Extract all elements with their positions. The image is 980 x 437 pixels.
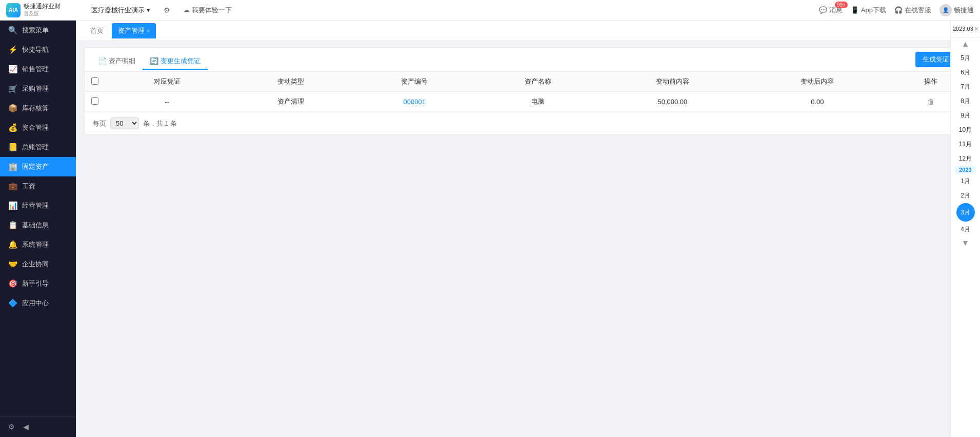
- ledger-icon: 📒: [8, 143, 18, 152]
- sidebar-item-quick-nav[interactable]: ⚡ 快捷导航: [0, 40, 76, 59]
- clipboard-icon: 📋: [8, 221, 18, 230]
- per-page-select[interactable]: 50 10 20 100: [110, 117, 139, 129]
- calendar-month-jul[interactable]: 7月: [954, 80, 977, 93]
- delete-row-button[interactable]: 🗑: [927, 97, 934, 106]
- calendar-close-button[interactable]: ×: [973, 24, 979, 34]
- sidebar-item-label: 系统管理: [22, 240, 49, 249]
- sidebar-item-label: 库存核算: [22, 104, 49, 113]
- calendar-month-may[interactable]: 5月: [954, 51, 977, 65]
- calendar-year-2023[interactable]: 2023: [955, 166, 975, 174]
- sidebar-item-finance[interactable]: 💰 资金管理: [0, 118, 76, 137]
- app-download-button[interactable]: 📱 App下载: [851, 6, 886, 15]
- logo-edition: 普及版: [24, 10, 61, 17]
- pagination-bar: 每页 50 10 20 100 条，共 1 条: [85, 112, 971, 134]
- tab-close-icon[interactable]: ×: [147, 28, 150, 34]
- total-count-label: 条，共 1 条: [143, 119, 177, 128]
- sidebar-item-label: 经营管理: [22, 201, 49, 210]
- col-after-content: 变动后内容: [745, 72, 890, 92]
- sub-tab-generate-voucher[interactable]: 🔄 变更生成凭证: [143, 53, 208, 70]
- calendar-month-aug[interactable]: 8月: [954, 94, 977, 108]
- message-icon: 💬: [819, 6, 827, 14]
- page-content: 📄 资产明细 🔄 变更生成凭证 生成凭证 ▼: [76, 41, 980, 437]
- app-download-label: App下载: [861, 6, 886, 15]
- bell-icon: 🔔: [8, 240, 18, 249]
- messages-badge: 99+: [835, 2, 848, 8]
- select-all-checkbox[interactable]: [91, 77, 98, 85]
- company-selector[interactable]: 医疗器械行业演示 ▾: [87, 4, 154, 17]
- refresh-icon: 🔄: [150, 57, 158, 65]
- experience-label: 我要体验一下: [192, 6, 232, 15]
- col-asset-no: 资产编号: [353, 72, 476, 92]
- calendar-nav-down-button[interactable]: ▼: [959, 236, 972, 250]
- calendar-year-month: 2023.03: [953, 26, 973, 32]
- assets-table: 对应凭证 变动类型 资产编号 资产名称: [85, 72, 971, 112]
- user-profile-button[interactable]: 👤 畅捷通: [939, 4, 974, 16]
- col-change-type: 变动类型: [229, 72, 352, 92]
- sidebar-bottom: ⚙ ◀: [0, 416, 76, 437]
- phone-icon: 📱: [851, 6, 859, 14]
- calendar-nav-up-button[interactable]: ▲: [959, 37, 972, 51]
- sidebar-item-sales[interactable]: 📈 销售管理: [0, 59, 76, 79]
- chart-icon: 📈: [8, 65, 18, 74]
- calendar-month-dec[interactable]: 12月: [954, 152, 977, 165]
- sub-tab-label: 变更生成凭证: [161, 56, 201, 66]
- handshake-icon: 🤝: [8, 260, 18, 269]
- sidebar-item-cooperation[interactable]: 🤝 企业协同: [0, 254, 76, 274]
- sidebar-item-purchase[interactable]: 🛒 采购管理: [0, 79, 76, 98]
- sidebar-item-label: 工资: [22, 182, 35, 191]
- online-service-button[interactable]: 🎧 在线客服: [894, 6, 931, 15]
- sidebar-item-label: 新手引导: [22, 279, 49, 288]
- home-tab-label: 首页: [90, 26, 104, 35]
- calendar-month-jan-2023[interactable]: 1月: [954, 174, 977, 188]
- calendar-month-apr-2023[interactable]: 4月: [954, 223, 977, 236]
- sidebar-item-label: 搜索菜单: [22, 26, 49, 35]
- settings-button[interactable]: ⚙: [159, 3, 174, 17]
- briefcase-icon: 💼: [8, 182, 18, 191]
- calendar-month-feb-2023[interactable]: 2月: [954, 189, 977, 202]
- sidebar-item-system[interactable]: 🔔 系统管理: [0, 235, 76, 254]
- sidebar-item-label: 资金管理: [22, 123, 49, 132]
- cell-voucher: --: [105, 92, 229, 112]
- col-asset-name: 资产名称: [476, 72, 600, 92]
- sidebar-item-search[interactable]: 🔍 搜索菜单: [0, 21, 76, 40]
- sidebar-item-operations[interactable]: 📊 经营管理: [0, 196, 76, 215]
- calendar-month-nov[interactable]: 11月: [954, 137, 977, 151]
- tab-asset-management[interactable]: 资产管理 ×: [112, 23, 156, 38]
- calendar-month-oct[interactable]: 10月: [954, 123, 977, 136]
- cell-asset-no[interactable]: 000001: [353, 92, 476, 112]
- sidebar-collapse-button[interactable]: ◀: [21, 421, 31, 433]
- sidebar-item-label: 企业协同: [22, 260, 49, 269]
- sidebar-settings-button[interactable]: ⚙: [6, 421, 17, 433]
- calendar-month-jun[interactable]: 6月: [954, 66, 977, 79]
- col-voucher: 对应凭证: [105, 72, 229, 92]
- calendar-month-mar-2023[interactable]: 3月: [956, 203, 975, 222]
- gear-icon: ⚙: [164, 6, 170, 14]
- sidebar-item-app-center[interactable]: 🔷 应用中心: [0, 293, 76, 313]
- sidebar-item-payroll[interactable]: 💼 工资: [0, 176, 76, 196]
- cell-change-type: 资产清理: [229, 92, 352, 112]
- sidebar-item-fixed-assets[interactable]: 🏢 固定资产: [0, 157, 76, 176]
- sub-tab-label: 资产明细: [109, 56, 135, 66]
- experience-button[interactable]: ☁ 我要体验一下: [179, 4, 236, 17]
- col-before-content: 变动前内容: [600, 72, 745, 92]
- online-service-label: 在线客服: [905, 6, 931, 15]
- sidebar-item-basic-info[interactable]: 📋 基础信息: [0, 215, 76, 235]
- sidebar-item-guide[interactable]: 🎯 新手引导: [0, 274, 76, 293]
- sidebar-item-ledger[interactable]: 📒 总账管理: [0, 137, 76, 157]
- row-checkbox-cell: [85, 92, 105, 112]
- sidebar-item-inventory[interactable]: 📦 库存核算: [0, 98, 76, 118]
- messages-button[interactable]: 💬 消息 99+: [819, 6, 843, 15]
- calendar-panel: 2023.03 × ⤢ ▲ 5月 6月 7月 8月 9月 10月 11月: [950, 21, 980, 437]
- tab-home[interactable]: 首页: [84, 23, 110, 38]
- avatar: 👤: [939, 4, 952, 16]
- active-tab-label: 资产管理: [118, 26, 145, 35]
- row-select-checkbox[interactable]: [91, 97, 98, 105]
- cell-before-content: 50,000.00: [600, 92, 745, 112]
- tab-bar: 首页 资产管理 ×: [76, 21, 980, 41]
- generate-btn-label: 生成凭证: [923, 55, 949, 64]
- logo-text-block: 畅捷通好业财 普及版: [24, 3, 61, 18]
- sidebar-item-label: 总账管理: [22, 143, 49, 152]
- sub-tab-asset-detail[interactable]: 📄 资产明细: [91, 53, 143, 70]
- top-header: AtA 畅捷通好业财 普及版 医疗器械行业演示 ▾ ⚙ ☁ 我要体验一下 💬 消…: [0, 0, 980, 21]
- calendar-month-sep[interactable]: 9月: [954, 109, 977, 122]
